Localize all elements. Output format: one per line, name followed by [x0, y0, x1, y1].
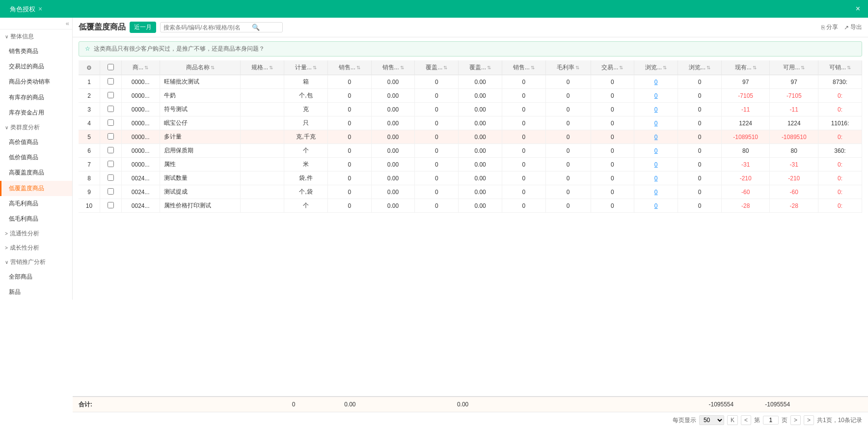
col-header-checkbox[interactable] [100, 60, 121, 75]
row-checkbox[interactable] [100, 171, 121, 185]
sidebar-item[interactable]: 低价值商品 [0, 150, 72, 165]
sidebar-item[interactable]: 高覆盖度商品 [0, 165, 72, 180]
row-select-checkbox[interactable] [108, 174, 114, 181]
last-page-btn[interactable]: > [804, 415, 814, 425]
col-header-settings[interactable]: ⚙ [79, 60, 100, 75]
nav-close-icon[interactable]: × [36, 5, 42, 13]
row-checkbox[interactable] [100, 185, 121, 199]
total-records: 共1页，10条记录 [817, 416, 862, 425]
col-header-sales_qty[interactable]: 销售...⇅ [327, 60, 371, 75]
product-spec [241, 130, 284, 144]
row-checkbox[interactable] [100, 158, 121, 171]
table-wrapper[interactable]: ⚙商...⇅商品名称⇅规格...⇅计量...⇅销售...⇅销售...⇅覆盖...… [79, 60, 862, 396]
row-select-checkbox[interactable] [108, 147, 114, 153]
sidebar-section-header[interactable]: >成长性分析 [0, 241, 72, 255]
col-header-unit[interactable]: 计量...⇅ [284, 60, 328, 75]
col-header-spec[interactable]: 规格...⇅ [241, 60, 284, 75]
row-checkbox[interactable] [100, 144, 121, 158]
first-page-btn[interactable]: K [727, 415, 738, 425]
col-header-view1[interactable]: 浏览...⇅ [634, 60, 678, 75]
row-select-checkbox[interactable] [108, 133, 114, 140]
coverage1: 0 [415, 75, 459, 89]
sidebar-item[interactable]: 商品分类动销率 [0, 74, 72, 89]
sidebar-section-header[interactable]: ∨整体信息 [0, 29, 72, 44]
col-header-available[interactable]: 可用...⇅ [770, 60, 818, 75]
col-header-current_stock[interactable]: 现有...⇅ [721, 60, 770, 75]
coverage2: 0.00 [459, 158, 502, 171]
row-select-checkbox[interactable] [108, 202, 114, 208]
product-spec [241, 89, 284, 103]
col-header-sellable[interactable]: 可销...⇅ [818, 60, 862, 75]
table-row: 40000...眠宝公仔只00.0000.0000000122412241101… [79, 116, 862, 130]
view1-link[interactable]: 0 [634, 116, 678, 130]
col-header-sales_other[interactable]: 销售...⇅ [502, 60, 546, 75]
sidebar-item[interactable]: 低覆盖度商品 [0, 181, 72, 196]
col-header-coverage1[interactable]: 覆盖...⇅ [415, 60, 459, 75]
sort-icon: ⇅ [847, 65, 851, 70]
view1-link[interactable]: 0 [634, 185, 678, 199]
sidebar-item[interactable]: 高毛利商品 [0, 196, 72, 211]
share-btn[interactable]: ⎘ 分享 [821, 23, 838, 31]
sidebar-item[interactable]: 高价值商品 [0, 135, 72, 150]
sidebar-item[interactable]: 全部商品 [0, 269, 72, 285]
trade: 0 [591, 171, 634, 185]
row-select-checkbox[interactable] [108, 188, 114, 195]
col-header-code[interactable]: 商...⇅ [121, 60, 160, 75]
view1-link[interactable]: 0 [634, 171, 678, 185]
prev-page-btn[interactable]: < [741, 415, 751, 425]
product-name: 测试提成 [160, 185, 240, 199]
view1-link[interactable]: 0 [634, 89, 678, 103]
filter-btn-recent-month[interactable]: 近一月 [130, 22, 156, 33]
row-checkbox[interactable] [100, 130, 121, 144]
row-select-checkbox[interactable] [108, 92, 114, 98]
sidebar-item[interactable]: 库存资金占用 [0, 105, 72, 120]
row-select-checkbox[interactable] [108, 78, 114, 85]
nav-item[interactable]: 角色授权 × [4, 0, 61, 18]
row-checkbox[interactable] [100, 199, 121, 213]
sidebar-collapse-btn[interactable]: « [66, 20, 69, 27]
row-select-checkbox[interactable] [108, 119, 114, 126]
next-page-btn[interactable]: > [790, 415, 801, 425]
view1-link[interactable]: 0 [634, 103, 678, 116]
col-header-view2[interactable]: 浏览...⇅ [678, 60, 722, 75]
view1-link[interactable]: 0 [634, 130, 678, 144]
row-checkbox[interactable] [100, 89, 121, 103]
per-page-select[interactable]: 50 100 200 [699, 415, 724, 425]
page-input[interactable] [763, 416, 779, 425]
col-header-sales_amt[interactable]: 销售...⇅ [371, 60, 415, 75]
sales-qty: 0 [327, 199, 371, 213]
col-header-trade[interactable]: 交易...⇅ [591, 60, 634, 75]
sidebar-item[interactable]: 销售类商品 [0, 44, 72, 59]
row-select-checkbox[interactable] [108, 161, 114, 167]
sidebar-section-header[interactable]: ∨营销推广分析 [0, 255, 72, 269]
sidebar-section-label: 类群度分析 [10, 123, 40, 132]
trade: 0 [591, 75, 634, 89]
view1-link[interactable]: 0 [634, 144, 678, 158]
select-all-checkbox[interactable] [108, 64, 114, 70]
row-checkbox[interactable] [100, 116, 121, 130]
banner-text: 这类商品只有很少客户购买过，是推广不够，还是商品本身问题？ [94, 45, 265, 52]
window-close-btn[interactable]: × [852, 4, 864, 13]
search-input[interactable] [163, 24, 252, 31]
col-header-name[interactable]: 商品名称⇅ [160, 60, 240, 75]
export-btn[interactable]: ↗ 导出 [844, 23, 862, 31]
sidebar-item[interactable]: 新品 [0, 285, 72, 300]
sidebar-item[interactable]: 低毛利商品 [0, 211, 72, 227]
row-select-checkbox[interactable] [108, 106, 114, 112]
view1-link[interactable]: 0 [634, 199, 678, 213]
view1-link[interactable]: 0 [634, 158, 678, 171]
sellable: 0: [818, 185, 862, 199]
row-checkbox[interactable] [100, 75, 121, 89]
row-checkbox[interactable] [100, 103, 121, 116]
sidebar-item[interactable]: 交易过的商品 [0, 59, 72, 74]
view1-link[interactable]: 0 [634, 75, 678, 89]
settings-icon[interactable]: ⚙ [86, 64, 92, 71]
product-spec [241, 103, 284, 116]
sidebar-section-header[interactable]: ∨类群度分析 [0, 120, 72, 135]
col-header-coverage2[interactable]: 覆盖...⇅ [459, 60, 502, 75]
sidebar-section-header[interactable]: >流通性分析 [0, 227, 72, 241]
col-header-margin[interactable]: 毛利率⇅ [545, 60, 591, 75]
sidebar-item[interactable]: 有库存的商品 [0, 90, 72, 105]
sort-icon: ⇅ [269, 65, 273, 70]
search-icon[interactable]: 🔍 [252, 24, 260, 31]
